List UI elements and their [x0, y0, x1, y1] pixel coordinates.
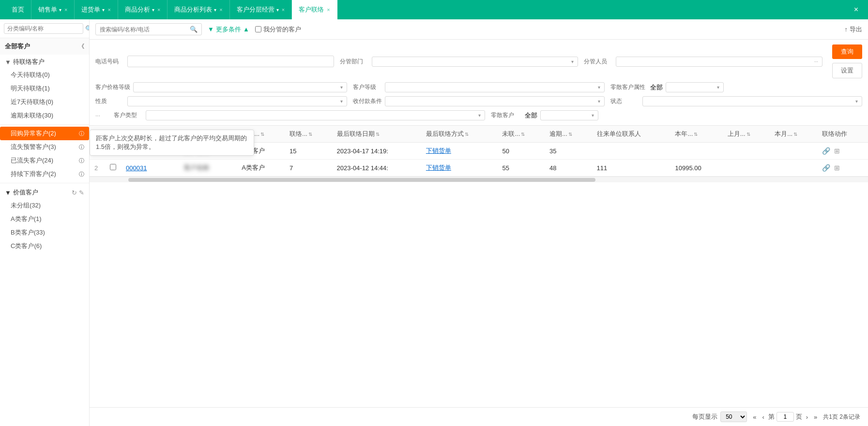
filter-phone-label: 电话号码 — [95, 58, 124, 66]
filter-customer-type-select[interactable]: ▾ — [146, 110, 485, 120]
col-contact-sort[interactable]: ⇅ — [308, 132, 312, 137]
tab-product-analysis[interactable]: 商品分析 ▾ × — [118, 0, 168, 19]
filter-customer-level-select[interactable]: ▾ — [385, 82, 605, 92]
filter-status-select[interactable]: ▾ — [642, 96, 862, 106]
last-page-btn[interactable]: » — [812, 412, 819, 422]
filter-phone: 电话号码 — [95, 56, 334, 67]
sidebar-item-class-a[interactable]: A类客户(1) — [0, 212, 89, 226]
sidebar-search-input[interactable] — [4, 23, 83, 34]
more-conditions-btn[interactable]: ▼ 更多条件 ▲ — [208, 25, 249, 34]
scrollbar-thumb[interactable] — [128, 178, 595, 182]
row1-last-method[interactable]: 下销货单 — [421, 143, 498, 160]
next-page-btn[interactable]: › — [804, 412, 810, 422]
query-button[interactable]: 查询 — [832, 44, 862, 59]
tab-purchase[interactable]: 进货单 ▾ × — [75, 0, 118, 19]
horizontal-scrollbar[interactable] — [90, 176, 868, 182]
col-not-sort[interactable]: ⇅ — [521, 132, 525, 137]
main-search-icon[interactable]: 🔍 — [190, 26, 198, 33]
tab-product-analysis-close[interactable]: × — [157, 7, 160, 13]
my-customers-checkbox[interactable]: 我分管的客户 — [255, 25, 301, 34]
sidebar-item-tomorrow[interactable]: 明天待联络(1) — [0, 82, 89, 95]
row1-action-icons: 🔗 ⊞ — [822, 147, 863, 155]
filter-phone-input[interactable] — [127, 56, 334, 67]
value-group-rotate-icon[interactable]: ↻ — [72, 189, 77, 196]
col-year-sort[interactable]: ⇅ — [694, 132, 698, 137]
col-last-month-sort[interactable]: ⇅ — [746, 132, 750, 137]
sidebar-item-overdue[interactable]: 逾期未联络(30) — [0, 109, 89, 122]
row2-grid-icon[interactable]: ⊞ — [834, 164, 840, 172]
col-type-sort[interactable]: ⇅ — [260, 132, 264, 137]
filter-price-level-select[interactable]: ▾ — [133, 82, 347, 92]
tab-customer-segment[interactable]: 客户分层经营 ▾ × — [230, 0, 292, 19]
row2-select[interactable] — [110, 164, 116, 170]
sidebar-collapse-btn[interactable]: 《 — [78, 43, 84, 51]
tab-product-analysis-list-close[interactable]: × — [219, 7, 222, 13]
filter-retail-customer-select[interactable]: ▾ — [540, 110, 598, 120]
row2-action-icons: 🔗 ⊞ — [822, 164, 863, 172]
filter-retail-attr-inline: 全部 — [650, 83, 663, 92]
filter-icon: ▼ — [208, 26, 214, 33]
tab-product-analysis-list[interactable]: 商品分析列表 ▾ × — [168, 0, 229, 19]
row1-link-icon[interactable]: 🔗 — [822, 147, 830, 155]
sidebar-item-today[interactable]: 今天待联络(0) — [0, 68, 89, 82]
filter-retail-attr-select[interactable]: ▾ — [666, 82, 724, 92]
sidebar-item-7days[interactable]: 近7天待联络(0) — [0, 95, 89, 109]
col-overdue: 逾期...⇅ — [545, 126, 592, 143]
row2-link-icon[interactable]: 🔗 — [822, 164, 830, 172]
col-date-sort[interactable]: ⇅ — [376, 132, 380, 137]
col-overdue-sort[interactable]: ⇅ — [568, 132, 572, 137]
filter-price-level-label: 客户价格等级 — [95, 83, 130, 91]
query-settings-btns: 查询 设置 — [832, 44, 862, 78]
per-page-select[interactable]: 50 100 200 — [720, 411, 747, 422]
settings-button[interactable]: 设置 — [832, 63, 862, 78]
row2-last-method[interactable]: 下销货单 — [421, 160, 498, 176]
col-this-month: 本月...⇅ — [770, 126, 817, 143]
filter-customer-level-label: 客户等级 — [353, 83, 382, 91]
first-page-btn[interactable]: « — [751, 412, 758, 422]
filter-customer-type-chevron: ▾ — [478, 113, 481, 118]
col-this-month-sort[interactable]: ⇅ — [793, 132, 797, 137]
tooltip-box: 距客户上次交易时长，超过了此客户的平均交易周期的1.5倍，则视为异常。 — [90, 130, 254, 156]
sidebar-item-class-b[interactable]: B类客户(33) — [0, 226, 89, 239]
tab-customer-segment-close[interactable]: × — [282, 7, 285, 13]
filter-price-level-chevron: ▾ — [340, 85, 343, 90]
prev-page-btn[interactable]: ‹ — [760, 412, 766, 422]
main-search-input[interactable] — [100, 26, 188, 33]
filter-row-4: ··· 客户类型 ▾ 零散客户 全部 ▾ — [95, 110, 862, 120]
tab-customer-contact[interactable]: 客户联络 × — [292, 0, 337, 19]
filter-payment-select[interactable]: ▾ — [385, 96, 605, 106]
row2-checkbox[interactable] — [105, 160, 121, 176]
tab-sales[interactable]: 销售单 ▾ × — [31, 0, 75, 19]
row2-last-date: 2023-04-12 14:44: — [332, 160, 421, 176]
sidebar-item-loss-warning[interactable]: 流失预警客户(3) ⓘ — [0, 140, 89, 154]
total-records-label: 共1页 2条记录 — [823, 413, 860, 421]
col-contact: 联络...⇅ — [285, 126, 332, 143]
sidebar-item-repeat-abnormal[interactable]: 回购异常客户(2) ⓘ — [0, 127, 89, 140]
col-method-sort[interactable]: ⇅ — [465, 132, 469, 137]
pending-group[interactable]: ▼ 待联络客户 — [0, 55, 89, 68]
tab-customer-contact-close[interactable]: × — [327, 7, 330, 13]
my-customers-check[interactable] — [255, 26, 261, 32]
filter-manager-label: 分管人员 — [584, 58, 613, 66]
advanced-filter: 电话号码 分管部门 ▾ 分管人员 ··· — [90, 40, 868, 126]
filter-nature-select[interactable]: ▾ — [127, 96, 347, 106]
export-button[interactable]: ↑ 导出 — [845, 25, 863, 34]
filter-manager-select[interactable]: ··· — [616, 57, 822, 67]
tab-sales-close[interactable]: × — [64, 7, 67, 13]
sidebar-item-class-c[interactable]: C类客户(6) — [0, 239, 89, 253]
per-page-label: 每页显示 — [692, 412, 717, 421]
row2-name: 客户名称 — [179, 160, 237, 176]
filter-dept-select[interactable]: ▾ — [372, 57, 579, 67]
sidebar-item-declining[interactable]: 持续下滑客户(2) ⓘ — [0, 167, 89, 181]
tab-home[interactable]: 首页 — [5, 0, 31, 19]
sidebar-search-icon[interactable]: 🔍 — [85, 25, 90, 32]
filter-more-button[interactable]: ··· — [95, 112, 100, 119]
window-close-button[interactable]: × — [849, 5, 863, 14]
sidebar-item-unclassified[interactable]: 未分组(32) — [0, 199, 89, 212]
row2-code[interactable]: 000031 — [121, 160, 179, 176]
current-page-input[interactable] — [777, 412, 794, 422]
row1-grid-icon[interactable]: ⊞ — [834, 147, 840, 155]
tab-purchase-close[interactable]: × — [107, 7, 110, 13]
value-group-edit-icon[interactable]: ✎ — [79, 189, 84, 196]
sidebar-item-lost[interactable]: 已流失客户(24) ⓘ — [0, 154, 89, 167]
